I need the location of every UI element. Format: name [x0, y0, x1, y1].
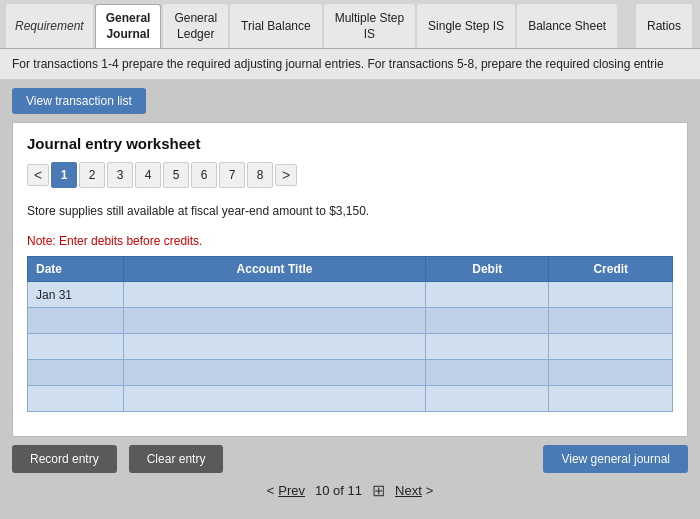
col-header-credit: Credit	[549, 257, 673, 282]
debit-cell-1[interactable]	[425, 282, 549, 308]
view-transaction-button[interactable]: View transaction list	[12, 88, 146, 114]
page-next-arrow[interactable]: >	[275, 164, 297, 186]
title-cell-2[interactable]	[124, 308, 426, 334]
date-cell-2[interactable]	[28, 308, 124, 334]
title-cell-4[interactable]	[124, 360, 426, 386]
page-btn-2[interactable]: 2	[79, 162, 105, 188]
tab-ratios[interactable]: Ratios	[636, 4, 692, 48]
date-cell-5[interactable]	[28, 386, 124, 412]
table-row	[28, 386, 673, 412]
page-btn-6[interactable]: 6	[191, 162, 217, 188]
credit-cell-2[interactable]	[549, 308, 673, 334]
debit-cell-4[interactable]	[425, 360, 549, 386]
table-row	[28, 334, 673, 360]
credit-cell-4[interactable]	[549, 360, 673, 386]
page-prev-arrow[interactable]: <	[27, 164, 49, 186]
next-arrow-icon: >	[426, 483, 434, 498]
grid-icon: ⊞	[372, 481, 385, 500]
tab-general-journal[interactable]: GeneralJournal	[95, 4, 162, 48]
pagination-row: < 1 2 3 4 5 6 7 8 >	[27, 162, 673, 188]
date-cell-3[interactable]	[28, 334, 124, 360]
tab-balance-sheet[interactable]: Balance Sheet	[517, 4, 617, 48]
next-button[interactable]: Next >	[395, 483, 433, 498]
next-label[interactable]: Next	[395, 483, 422, 498]
page-btn-8[interactable]: 8	[247, 162, 273, 188]
tab-general-ledger[interactable]: GeneralLedger	[163, 4, 228, 48]
worksheet-container: Journal entry worksheet < 1 2 3 4 5 6 7 …	[12, 122, 688, 437]
prev-arrow-icon: <	[267, 483, 275, 498]
transaction-description: Store supplies still available at fiscal…	[27, 198, 673, 224]
journal-table: Date Account Title Debit Credit Jan 31	[27, 256, 673, 412]
tab-multiple-step-is[interactable]: Multiple StepIS	[324, 4, 415, 48]
view-general-journal-button[interactable]: View general journal	[543, 445, 688, 473]
page-btn-5[interactable]: 5	[163, 162, 189, 188]
title-cell-5[interactable]	[124, 386, 426, 412]
table-row	[28, 308, 673, 334]
credit-cell-1[interactable]	[549, 282, 673, 308]
footer-nav: < Prev 10 of 11 ⊞ Next >	[0, 473, 700, 504]
page-btn-1[interactable]: 1	[51, 162, 77, 188]
credit-cell-3[interactable]	[549, 334, 673, 360]
table-row: Jan 31	[28, 282, 673, 308]
tab-single-step-is[interactable]: Single Step IS	[417, 4, 515, 48]
col-header-debit: Debit	[425, 257, 549, 282]
page-count: 10 of 11	[315, 483, 362, 498]
prev-label[interactable]: Prev	[278, 483, 305, 498]
date-cell-4[interactable]	[28, 360, 124, 386]
instruction-bar: For transactions 1-4 prepare the require…	[0, 49, 700, 80]
debit-cell-3[interactable]	[425, 334, 549, 360]
tab-trial-balance[interactable]: Trial Balance	[230, 4, 322, 48]
debit-cell-5[interactable]	[425, 386, 549, 412]
title-cell-3[interactable]	[124, 334, 426, 360]
prev-button[interactable]: < Prev	[267, 483, 305, 498]
tab-requirement[interactable]: Requirement	[6, 4, 93, 48]
worksheet-title: Journal entry worksheet	[27, 135, 673, 152]
clear-entry-button[interactable]: Clear entry	[129, 445, 224, 473]
note-text: Note: Enter debits before credits.	[27, 234, 673, 248]
page-btn-3[interactable]: 3	[107, 162, 133, 188]
debit-cell-2[interactable]	[425, 308, 549, 334]
credit-cell-5[interactable]	[549, 386, 673, 412]
page-btn-7[interactable]: 7	[219, 162, 245, 188]
tabs-bar: Requirement GeneralJournal GeneralLedger…	[0, 0, 700, 49]
title-cell-1[interactable]	[124, 282, 426, 308]
page-btn-4[interactable]: 4	[135, 162, 161, 188]
record-entry-button[interactable]: Record entry	[12, 445, 117, 473]
date-cell-1[interactable]: Jan 31	[28, 282, 124, 308]
col-header-account: Account Title	[124, 257, 426, 282]
col-header-date: Date	[28, 257, 124, 282]
table-row	[28, 360, 673, 386]
bottom-buttons: Record entry Clear entry View general jo…	[12, 445, 688, 473]
